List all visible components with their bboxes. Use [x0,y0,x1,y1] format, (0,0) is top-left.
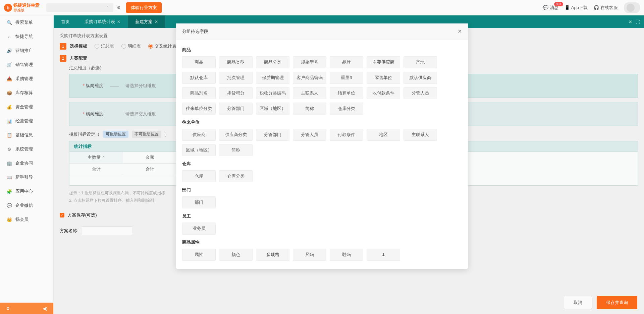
field-chip[interactable]: 属性 [182,249,216,261]
chip-row: 部门 [182,196,462,208]
field-chip[interactable]: 简称 [219,144,253,156]
field-chip[interactable]: 产地 [404,56,437,68]
field-chip[interactable]: 规格型号 [293,56,326,68]
field-selector-modal: 分组待选字段 ✕ 商品商品商品类型商品分类规格型号品牌主要供应商产地默认仓库批次… [176,23,468,269]
field-chip[interactable]: 商品分类 [256,56,289,68]
field-chip[interactable]: 分管部门 [256,129,289,141]
field-chip[interactable]: 业务员 [182,223,216,235]
field-chip[interactable]: 默认仓库 [182,72,216,84]
field-chip[interactable]: 商品 [182,56,216,68]
field-chip[interactable]: 仓库分类 [219,170,253,182]
field-chip[interactable]: 默认供应商 [404,72,437,84]
field-chip[interactable]: 分管部门 [219,103,253,115]
field-chip[interactable]: 分管人员 [404,87,437,99]
field-chip[interactable]: 分管人员 [293,129,326,141]
field-chip[interactable]: 供应商分类 [219,129,253,141]
modal-body: 商品商品商品类型商品分类规格型号品牌主要供应商产地默认仓库批次管理保质期管理客户… [176,40,468,269]
modal-header: 分组待选字段 ✕ [176,23,468,40]
field-chip[interactable]: 品牌 [330,56,363,68]
field-chip[interactable]: 多规格 [256,249,289,261]
chip-row: 商品商品类型商品分类规格型号品牌主要供应商产地默认仓库批次管理保质期管理客户商品… [182,56,462,115]
field-chip[interactable]: 简称 [293,103,326,115]
field-chip[interactable]: 批次管理 [219,72,253,84]
group-header: 商品属性 [182,239,462,245]
modal-close-icon[interactable]: ✕ [458,28,462,35]
group-header: 仓库 [182,161,462,167]
field-chip[interactable]: 往来单位分类 [182,103,216,115]
field-chip[interactable]: 仓库分类 [330,103,363,115]
field-chip[interactable]: 重量3 [330,72,363,84]
field-chip[interactable]: 捧货积分 [219,87,253,99]
chip-row: 业务员 [182,223,462,235]
field-chip[interactable]: 部门 [182,196,216,208]
group-header: 员工 [182,213,462,219]
group-header: 商品 [182,47,462,53]
field-chip[interactable]: 主联系人 [293,87,326,99]
group-header: 部门 [182,187,462,193]
modal-mask: 分组待选字段 ✕ 商品商品商品类型商品分类规格型号品牌主要供应商产地默认仓库批次… [0,0,644,314]
chip-row: 仓库仓库分类 [182,170,462,182]
field-chip[interactable]: 结算单位 [330,87,363,99]
chip-row: 属性颜色多规格尺码鞋码1 [182,249,462,261]
field-chip[interactable]: 客户商品编码 [293,72,326,84]
field-chip[interactable]: 颜色 [219,249,253,261]
field-chip[interactable]: 收付款条件 [367,87,400,99]
field-chip[interactable]: 区域（地区） [256,103,289,115]
field-chip[interactable]: 区域（地区） [182,144,216,156]
field-chip[interactable]: 零售单位 [367,72,400,84]
field-chip[interactable]: 地区 [367,129,400,141]
field-chip[interactable]: 供应商 [182,129,216,141]
field-chip[interactable]: 尺码 [293,249,326,261]
field-chip[interactable]: 付款条件 [330,129,363,141]
field-chip[interactable]: 商品别名 [182,87,216,99]
field-chip[interactable]: 主要供应商 [367,56,400,68]
field-chip[interactable]: 主联系人 [404,129,437,141]
field-chip[interactable]: 鞋码 [330,249,363,261]
field-chip[interactable]: 保质期管理 [256,72,289,84]
field-chip[interactable]: 商品类型 [219,56,253,68]
chip-row: 供应商供应商分类分管部门分管人员付款条件地区主联系人区域（地区）简称 [182,129,462,156]
field-chip[interactable]: 税收分类编码 [256,87,289,99]
group-header: 往来单位 [182,119,462,125]
field-chip[interactable]: 1 [367,249,400,261]
field-chip[interactable]: 仓库 [182,170,216,182]
modal-title: 分组待选字段 [182,28,208,35]
